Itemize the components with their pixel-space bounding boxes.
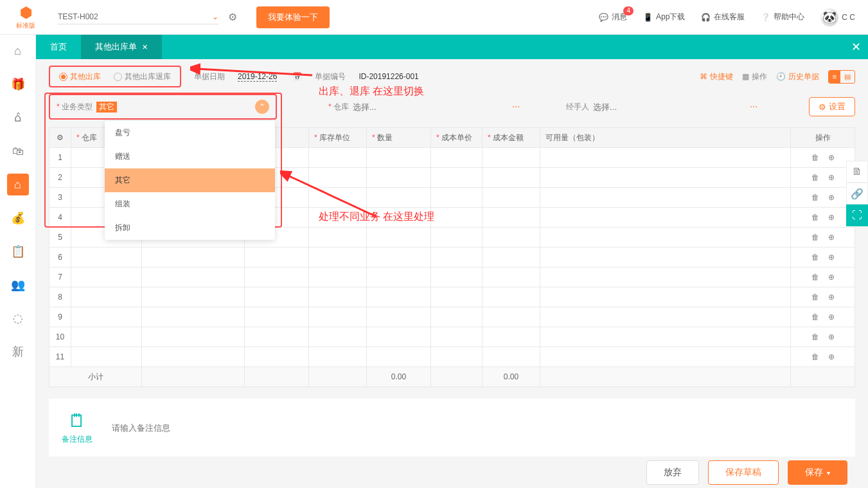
delete-icon[interactable]: 🗑 xyxy=(811,253,819,262)
nav-building-icon[interactable]: ⌂̂ xyxy=(7,107,29,129)
business-type-box: 业务类型 其它 ⌃ 盘亏赠送其它组装拆卸 xyxy=(49,94,277,120)
view-toggle[interactable]: ≡ ▤ xyxy=(828,70,855,84)
delete-icon[interactable]: 🗑 xyxy=(811,332,819,341)
more-icon[interactable]: ⋯ xyxy=(512,102,521,111)
remark-title: 备注信息 xyxy=(62,434,93,445)
handler-input[interactable] xyxy=(593,102,689,112)
delete-icon[interactable]: 🗑 xyxy=(811,293,819,302)
add-icon[interactable]: ⊕ xyxy=(828,233,835,242)
delete-icon[interactable]: 🗑 xyxy=(811,173,819,182)
nav-contacts-icon[interactable]: 👥 xyxy=(7,274,29,296)
delete-icon[interactable]: 🗑 xyxy=(811,233,819,242)
logo-sub: 标准版 xyxy=(16,21,35,30)
history-link[interactable]: 🕘历史单据 xyxy=(776,71,819,82)
add-icon[interactable]: ⊕ xyxy=(828,293,835,302)
settings-button[interactable]: ⚙ 设置 xyxy=(809,97,855,116)
messages-link[interactable]: 💬 消息 4 xyxy=(599,12,627,23)
add-icon[interactable]: ⊕ xyxy=(828,352,835,361)
shortcut-link[interactable]: ⌘快捷键 xyxy=(700,71,733,82)
try-button[interactable]: 我要体验一下 xyxy=(256,6,330,28)
warehouse-input[interactable] xyxy=(353,102,449,112)
right-float-bar: 🗎 🔗 ⛶ xyxy=(846,161,868,226)
nav-warehouse-icon[interactable]: ⌂ xyxy=(7,174,29,195)
table-row[interactable]: 7🗑⊕ xyxy=(49,267,855,287)
download-label: App下载 xyxy=(656,12,685,23)
date-value[interactable]: 2019-12-26 xyxy=(238,72,277,82)
th-price: 成本单价 xyxy=(431,128,483,148)
add-icon[interactable]: ⊕ xyxy=(828,273,835,282)
nav-new-icon[interactable]: 新 xyxy=(7,341,29,363)
save-draft-button[interactable]: 保存草稿 xyxy=(708,460,779,485)
th-gear[interactable]: ⚙ xyxy=(49,128,71,148)
close-all-tabs[interactable]: ✕ xyxy=(844,35,868,59)
remark-input[interactable] xyxy=(112,423,842,433)
add-icon[interactable]: ⊕ xyxy=(828,173,835,182)
help-link[interactable]: ❔ 帮助中心 xyxy=(761,12,804,23)
tab-current[interactable]: 其他出库单 ✕ xyxy=(81,35,162,59)
tab-current-label: 其他出库单 xyxy=(95,41,137,53)
org-select[interactable]: TEST-H002 ⌄ xyxy=(58,10,218,24)
dropdown-item[interactable]: 赠送 xyxy=(105,145,275,168)
chevron-up-icon[interactable]: ⌃ xyxy=(255,100,269,114)
biz-value[interactable]: 其它 xyxy=(96,102,117,113)
history-label: 历史单据 xyxy=(788,71,819,82)
nav-clipboard-icon[interactable]: 📋 xyxy=(7,240,29,262)
add-icon[interactable]: ⊕ xyxy=(828,213,835,222)
add-icon[interactable]: ⊕ xyxy=(828,153,835,162)
delete-icon[interactable]: 🗑 xyxy=(811,213,819,222)
radio-outbound-label: 其他出库 xyxy=(70,71,101,82)
row-number: 5 xyxy=(49,228,71,248)
doc-label: 单据编号 xyxy=(315,71,346,82)
float-expand-icon[interactable]: ⛶ xyxy=(846,204,868,226)
table-row[interactable]: 10🗑⊕ xyxy=(49,327,855,347)
biz-label: 业务类型 xyxy=(57,102,93,113)
add-icon[interactable]: ⊕ xyxy=(828,253,835,262)
add-icon[interactable]: ⊕ xyxy=(828,193,835,202)
delete-icon[interactable]: 🗑 xyxy=(811,273,819,282)
phone-icon: 📱 xyxy=(643,13,653,22)
close-icon[interactable]: ✕ xyxy=(142,43,148,51)
grid-icon: ▦ xyxy=(742,72,749,81)
dropdown-item[interactable]: 组装 xyxy=(105,192,275,216)
settings-label: 设置 xyxy=(829,101,846,113)
bottom-bar: 放弃 保存草稿 保存▾ xyxy=(49,456,855,488)
nav-gift-icon[interactable]: 🎁 xyxy=(7,73,29,95)
dropdown-item[interactable]: 拆卸 xyxy=(105,216,275,240)
user-menu[interactable]: 🐼 C C xyxy=(820,8,855,26)
grid-view-icon[interactable]: ▤ xyxy=(840,71,855,83)
dropdown-item[interactable]: 盘亏 xyxy=(105,121,275,145)
nav-finance-icon[interactable]: 💰 xyxy=(7,207,29,229)
download-link[interactable]: 📱 App下载 xyxy=(643,12,685,23)
discard-button[interactable]: 放弃 xyxy=(646,460,699,485)
calendar-icon[interactable]: 📅 xyxy=(292,72,302,81)
dropdown-item[interactable]: 其它 xyxy=(105,168,275,192)
handler-field[interactable]: 经手人 ⋯ xyxy=(566,102,759,113)
nav-home-icon[interactable]: ⌂ xyxy=(7,40,29,62)
service-link[interactable]: 🎧 在线客服 xyxy=(701,12,745,23)
delete-icon[interactable]: 🗑 xyxy=(811,312,819,321)
save-button[interactable]: 保存▾ xyxy=(788,460,847,485)
nav-bag-icon[interactable]: 🛍 xyxy=(7,140,29,162)
list-view-icon[interactable]: ≡ xyxy=(829,71,840,83)
operate-link[interactable]: ▦操作 xyxy=(742,71,767,82)
radio-return[interactable]: 其他出库退库 xyxy=(114,71,171,82)
add-icon[interactable]: ⊕ xyxy=(828,312,835,321)
table-row[interactable]: 8🗑⊕ xyxy=(49,287,855,307)
float-doc-icon[interactable]: 🗎 xyxy=(846,161,868,183)
nav-cycle-icon[interactable]: ◌ xyxy=(7,307,29,329)
delete-icon[interactable]: 🗑 xyxy=(811,352,819,361)
delete-icon[interactable]: 🗑 xyxy=(811,193,819,202)
row-number: 8 xyxy=(49,287,71,307)
shortcut-label: 快捷键 xyxy=(710,71,733,82)
radio-outbound[interactable]: 其他出库 xyxy=(59,71,101,82)
more-icon[interactable]: ⋯ xyxy=(750,102,759,111)
table-row[interactable]: 11🗑⊕ xyxy=(49,347,855,367)
settings-icon[interactable]: ⚙ xyxy=(228,11,237,23)
add-icon[interactable]: ⊕ xyxy=(828,332,835,341)
warehouse-field[interactable]: 仓库 ⋯ xyxy=(328,102,521,113)
table-row[interactable]: 9🗑⊕ xyxy=(49,307,855,327)
table-row[interactable]: 6🗑⊕ xyxy=(49,248,855,267)
tab-home[interactable]: 首页 xyxy=(36,35,81,59)
float-link-icon[interactable]: 🔗 xyxy=(846,183,868,204)
delete-icon[interactable]: 🗑 xyxy=(811,153,819,162)
